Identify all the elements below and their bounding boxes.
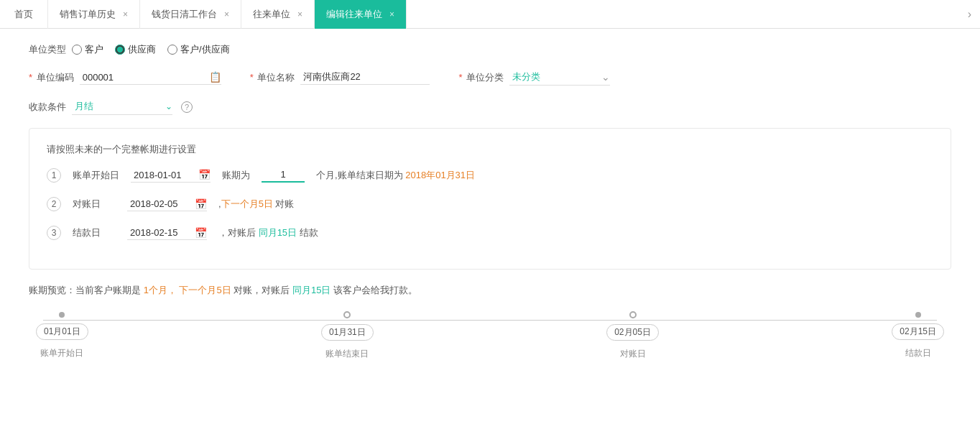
unit-code-label: * 单位编码 xyxy=(29,71,74,84)
timeline-item-payment: 02月15日 结款日 xyxy=(892,311,944,360)
tab-sales-history[interactable]: 销售订单历史 × xyxy=(48,0,140,29)
unit-info-row: * 单位编码 📋 * 单位名称 * 单位分类 未分类 ⌄ xyxy=(29,69,951,86)
tab-edit-partner-close[interactable]: × xyxy=(389,9,394,19)
unit-code-group: * 单位编码 📋 xyxy=(29,70,221,85)
payment-date-input[interactable] xyxy=(127,226,192,239)
tab-edit-partner[interactable]: 编辑往来单位 × xyxy=(315,0,407,29)
unit-type-group: 单位类型 客户 供应商 客户/供应商 xyxy=(29,43,230,56)
unit-type-label: 单位类型 xyxy=(29,43,66,56)
period-desc-3: ，对账后 同月15日 结款 xyxy=(218,226,318,239)
tab-edit-partner-label: 编辑往来单位 xyxy=(326,8,382,21)
timeline-dot-payment xyxy=(915,312,921,318)
unit-category-value: 未分类 xyxy=(509,69,596,85)
radio-customer-label: 客户 xyxy=(85,43,103,56)
payment-date-input-group: 📅 xyxy=(127,226,207,240)
payment-condition-arrow[interactable]: ⌄ xyxy=(165,101,172,111)
period-settings-box: 请按照未来的一个完整帐期进行设置 1 账单开始日 📅 账期为 个月,账单结束日期… xyxy=(29,128,951,270)
unit-code-star: * xyxy=(29,72,32,83)
tab-home[interactable]: 首页 xyxy=(0,0,48,29)
timeline-dot-end xyxy=(343,311,351,318)
unit-category-arrow[interactable]: ⌄ xyxy=(601,71,610,83)
tab-partner-units[interactable]: 往来单位 × xyxy=(241,0,315,29)
period-num-3: 3 xyxy=(47,226,61,240)
unit-code-icon[interactable]: 📋 xyxy=(209,71,221,83)
reconcile-next-month: 下一个月5日 xyxy=(221,198,273,209)
timeline-item-start: 01月01日 账单开始日 xyxy=(36,311,88,360)
unit-type-radio-group: 客户 供应商 客户/供应商 xyxy=(72,43,230,56)
radio-customer[interactable]: 客户 xyxy=(72,43,103,56)
main-content: 单位类型 客户 供应商 客户/供应商 * 单位编码 xyxy=(0,29,980,437)
preview-label: 账期预览：当前客户账期是 xyxy=(29,285,144,295)
radio-both-input[interactable] xyxy=(167,45,177,55)
payment-condition-row: 收款条件 月结 ⌄ ? xyxy=(29,98,951,115)
payment-condition-value: 月结 xyxy=(72,98,162,114)
period-desc-1-prefix: 账期为 xyxy=(222,169,250,182)
unit-type-row: 单位类型 客户 供应商 客户/供应商 xyxy=(29,43,951,56)
timeline-sublabel-start: 账单开始日 xyxy=(40,347,83,359)
radio-both[interactable]: 客户/供应商 xyxy=(167,43,230,56)
timeline-item-reconcile: 02月05日 对账日 xyxy=(606,311,659,360)
payment-condition-label: 收款条件 xyxy=(29,101,66,114)
tab-cash-ledger-label: 钱货日清工作台 xyxy=(152,8,217,21)
period-months-input[interactable] xyxy=(262,167,305,183)
timeline-items: 01月01日 账单开始日 01月31日 账单结束日 02月05日 对账日 02月… xyxy=(36,311,944,360)
start-date-input-group: 📅 xyxy=(131,168,211,183)
unit-name-label: * 单位名称 xyxy=(250,71,295,84)
tab-partner-units-close[interactable]: × xyxy=(297,9,302,19)
period-num-2: 2 xyxy=(47,197,61,211)
period-desc-2: ,下一个月5日 对账 xyxy=(218,198,294,211)
unit-name-group: * 单位名称 xyxy=(250,70,430,85)
radio-customer-input[interactable] xyxy=(72,45,82,55)
unit-category-select[interactable]: 未分类 ⌄ xyxy=(509,69,610,86)
unit-code-input[interactable] xyxy=(80,70,206,84)
unit-code-input-group: 📋 xyxy=(80,70,221,85)
payment-condition-select[interactable]: 月结 ⌄ xyxy=(72,98,172,115)
period-settings-title: 请按照未来的一个完整帐期进行设置 xyxy=(47,143,933,156)
unit-category-group: * 单位分类 未分类 ⌄ xyxy=(458,69,610,86)
reconcile-date-cal-icon[interactable]: 📅 xyxy=(195,198,207,210)
tab-sales-history-close[interactable]: × xyxy=(123,9,128,19)
timeline-sublabel-payment: 结款日 xyxy=(905,347,931,359)
timeline-sublabel-end: 账单结束日 xyxy=(325,348,369,360)
period-num-1: 1 xyxy=(47,168,61,183)
reconcile-date-input[interactable] xyxy=(127,197,192,211)
tab-sales-history-label: 销售订单历史 xyxy=(60,8,116,21)
tab-home-label: 首页 xyxy=(14,8,33,21)
tab-partner-units-label: 往来单位 xyxy=(253,8,290,21)
payment-condition-help[interactable]: ? xyxy=(181,101,193,113)
tab-overflow-chevron[interactable]: › xyxy=(959,8,980,21)
timeline-item-end: 01月31日 账单结束日 xyxy=(321,311,374,360)
payment-condition-group: 收款条件 月结 ⌄ ? xyxy=(29,98,193,115)
timeline-dot-reconcile xyxy=(629,311,637,318)
start-date-cal-icon[interactable]: 📅 xyxy=(198,169,211,180)
reconcile-date-input-group: 📅 xyxy=(127,197,207,211)
period-row-2: 2 对账日 📅 ,下一个月5日 对账 xyxy=(47,197,933,211)
start-date-input[interactable] xyxy=(131,168,195,182)
unit-name-input[interactable] xyxy=(300,70,430,85)
tab-cash-ledger-close[interactable]: × xyxy=(224,9,229,19)
period-row-1: 1 账单开始日 📅 账期为 个月,账单结束日期为 2018年01月31日 xyxy=(47,167,933,183)
period-label-1: 账单开始日 xyxy=(73,169,119,182)
preview-months: 1个月， xyxy=(144,285,177,295)
period-desc-1-suffix: 个月,账单结束日期为 2018年01月31日 xyxy=(316,169,475,182)
radio-supplier[interactable]: 供应商 xyxy=(115,43,156,56)
preview-payment-day: 同月15日 xyxy=(292,285,330,295)
preview-text: 账期预览：当前客户账期是 1个月， 下一个月5日 对账，对账后 同月15日 该客… xyxy=(29,284,951,297)
preview-reconcile-text: 对账，对账后 xyxy=(234,285,290,295)
tab-cash-ledger[interactable]: 钱货日清工作台 × xyxy=(140,0,241,29)
payment-same-month: 同月15日 xyxy=(259,227,297,238)
timeline-badge-reconcile: 02月05日 xyxy=(606,324,659,341)
period-label-3: 结款日 xyxy=(73,226,116,239)
timeline-container: 01月01日 账单开始日 01月31日 账单结束日 02月05日 对账日 02月… xyxy=(29,311,951,360)
timeline-dot-start xyxy=(59,312,65,318)
timeline-badge-payment: 02月15日 xyxy=(892,323,944,340)
timeline-badge-start: 01月01日 xyxy=(36,323,88,340)
radio-supplier-input[interactable] xyxy=(115,45,125,55)
unit-category-star: * xyxy=(458,72,462,83)
preview-payment-text: 该客户会给我打款。 xyxy=(333,285,417,295)
period-row-3: 3 结款日 📅 ，对账后 同月15日 结款 xyxy=(47,226,933,240)
preview-reconcile-day: 下一个月5日 xyxy=(179,285,231,295)
payment-date-cal-icon[interactable]: 📅 xyxy=(195,227,207,239)
radio-supplier-label: 供应商 xyxy=(128,43,156,56)
unit-category-label: * 单位分类 xyxy=(458,71,504,84)
